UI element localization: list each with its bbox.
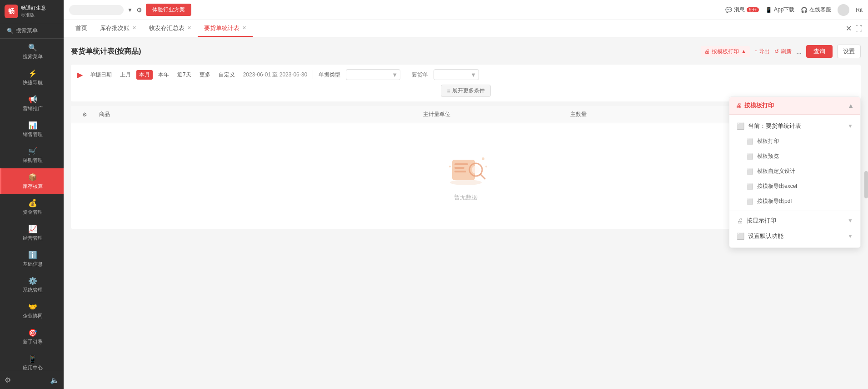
display-print-arrow: ▼ — [848, 217, 853, 224]
dropdown-close-button[interactable]: ▲ — [848, 102, 854, 109]
sidebar-item-inventory[interactable]: 📦 库存核算 — [0, 168, 64, 194]
app-download-button[interactable]: 📱 App下载 — [765, 6, 794, 14]
sidebar-item-quicknav[interactable]: ⚡ 快捷导航 — [0, 65, 64, 91]
svg-point-9 — [449, 166, 451, 167]
sidebar-search[interactable]: 🔍 搜索菜单 — [0, 23, 64, 39]
industry-solution-button[interactable]: 体验行业方案 — [146, 4, 191, 16]
th-gear[interactable]: ⚙ — [75, 107, 94, 122]
goods-select[interactable] — [434, 69, 479, 80]
date-opt-this-year[interactable]: 本年 — [155, 70, 172, 80]
sidebar-item-label: 资金管理 — [23, 209, 43, 216]
dropdown-template-excel[interactable]: ⬜ 按模板导出excel — [729, 179, 860, 194]
sidebar-item-guide[interactable]: 🎯 新手引导 — [0, 324, 64, 350]
sidebar-item-finance[interactable]: 💰 资金管理 — [0, 194, 64, 220]
dropdown-template-print[interactable]: ⬜ 模板打印 — [729, 134, 860, 149]
tab-home[interactable]: 首页 — [69, 20, 94, 37]
date-opt-more[interactable]: 更多 — [197, 70, 213, 80]
user-name[interactable]: Rit — [856, 7, 863, 13]
tab-collection-summary[interactable]: 收发存汇总表 ✕ — [143, 20, 198, 37]
print-template-label: 按模板打印 — [712, 48, 739, 56]
goods-select-wrapper: ▼ — [434, 69, 479, 80]
print-template-button[interactable]: 🖨 按模板打印 ▲ — [701, 46, 750, 57]
messages-button[interactable]: 💬 消息 99+ — [725, 6, 759, 14]
sidebar: 畅 畅通好生意 标准版 🔍 搜索菜单 🔍 搜索菜单 ⚡ 快捷导航 📢 营销推广 … — [0, 0, 64, 389]
order-type-select-wrapper: ▼ — [346, 69, 400, 80]
export-button[interactable]: ↑ 导出 — [754, 48, 770, 56]
user-avatar[interactable] — [838, 4, 849, 16]
default-func-left: ⬜ 设置默认功能 — [737, 232, 783, 240]
print-template-dropdown: 🖨 按模板打印 ▲ ⬜ 当前：要货单统计表 ▼ ⬜ 模板打印 — [729, 96, 861, 248]
sidebar-item-label: 销售管理 — [23, 131, 43, 138]
sidebar-item-label: 企业协同 — [23, 313, 43, 319]
dropdown-current-template[interactable]: ⬜ 当前：要货单统计表 ▼ — [729, 118, 860, 134]
messages-label: 消息 — [734, 6, 745, 14]
template-print-label: 模板打印 — [757, 137, 779, 145]
dropdown-display-print[interactable]: 🖨 按显示打印 ▼ — [729, 213, 860, 228]
sidebar-item-purchase[interactable]: 🛒 采购管理 — [0, 142, 64, 168]
sidebar-item-collab[interactable]: 🤝 企业协同 — [0, 298, 64, 324]
customer-service-button[interactable]: 🎧 在线客服 — [801, 6, 831, 14]
tab-order-stats[interactable]: 要货单统计表 ✕ — [198, 20, 253, 37]
th-unit: 主计量单位 — [366, 106, 508, 123]
maximize-window-button[interactable]: ⛶ — [855, 25, 863, 33]
filter-row-date: ▶ 单据日期 上月 本月 本年 近7天 更多 自定义 2023-06-01 至 … — [77, 69, 854, 80]
refresh-button[interactable]: ↺ 刷新 — [774, 48, 792, 56]
tabs-bar: 首页 库存批次账 ✕ 收发存汇总表 ✕ 要货单统计表 ✕ ✕ ⛶ — [64, 20, 868, 37]
tab-batch-account[interactable]: 库存批次账 ✕ — [94, 20, 143, 37]
current-template-left: ⬜ 当前：要货单统计表 — [737, 122, 801, 130]
search-nav-icon: 🔍 — [28, 43, 37, 52]
message-icon: 💬 — [725, 7, 732, 13]
expand-down-icon: ≡ — [447, 88, 450, 94]
order-type-select[interactable] — [346, 69, 400, 80]
close-window-button[interactable]: ✕ — [846, 24, 852, 33]
sidebar-item-operation[interactable]: 📈 经营管理 — [0, 220, 64, 246]
sidebar-item-basic[interactable]: ℹ️ 基础信息 — [0, 246, 64, 272]
topbar-search-input[interactable] — [69, 5, 124, 15]
tab-close-collection[interactable]: ✕ — [187, 25, 191, 31]
svg-point-10 — [485, 166, 487, 167]
more-actions-button[interactable]: ... — [796, 48, 802, 55]
filter-bar: ▶ 单据日期 上月 本月 本年 近7天 更多 自定义 2023-06-01 至 … — [71, 65, 861, 101]
dropdown-template-design[interactable]: ⬜ 模板自定义设计 — [729, 164, 860, 179]
printer-icon: 🖨 — [704, 48, 710, 55]
sidebar-item-sales[interactable]: 📊 销售管理 — [0, 116, 64, 142]
dropdown-template-preview[interactable]: ⬜ 模板预览 — [729, 149, 860, 164]
sales-icon: 📊 — [28, 121, 37, 130]
filter-divider — [313, 70, 313, 79]
basic-icon: ℹ️ — [28, 251, 37, 259]
dropdown-default-func[interactable]: ⬜ 设置默认功能 ▼ — [729, 228, 860, 244]
sidebar-item-marketing[interactable]: 📢 营销推广 — [0, 91, 64, 116]
tab-close-batch[interactable]: ✕ — [132, 25, 136, 31]
sidebar-item-apps[interactable]: 📱 应用中心 — [0, 350, 64, 371]
topbar-gear-icon[interactable]: ⚙ — [136, 6, 142, 14]
date-opt-custom[interactable]: 自定义 — [216, 70, 238, 80]
apps-icon: 📱 — [28, 354, 37, 363]
filter-expand-icon[interactable]: ▶ — [77, 71, 83, 79]
app-name: 畅通好生意 — [21, 5, 46, 11]
page-header: 要货单统计表(按商品) 🖨 按模板打印 ▲ ↑ 导出 ↺ 刷新 ... 查询 设… — [71, 45, 861, 58]
tab-close-order[interactable]: ✕ — [242, 25, 246, 31]
empty-illustration — [443, 151, 489, 187]
settings-icon[interactable]: ⚙ — [5, 376, 11, 384]
sidebar-item-label: 基础信息 — [23, 261, 43, 268]
sidebar-item-label: 快捷导航 — [23, 79, 43, 86]
topbar-dropdown-arrow[interactable]: ▼ — [127, 7, 133, 13]
date-opt-last-month[interactable]: 上月 — [117, 70, 134, 80]
sidebar-item-search[interactable]: 🔍 搜索菜单 — [0, 39, 64, 65]
date-opt-7days[interactable]: 近7天 — [175, 70, 194, 80]
default-func-icon: ⬜ — [737, 232, 744, 240]
volume-icon[interactable]: 🔈 — [50, 376, 59, 384]
query-button[interactable]: 查询 — [806, 45, 833, 58]
sidebar-item-label: 营销推广 — [23, 105, 43, 112]
sidebar-item-system[interactable]: ⚙️ 系统管理 — [0, 272, 64, 298]
expand-more-button[interactable]: ≡ 展开更多条件 — [441, 85, 490, 97]
svg-rect-1 — [452, 160, 475, 180]
guide-icon: 🎯 — [28, 328, 37, 337]
service-icon: 🎧 — [801, 7, 808, 13]
settings-button[interactable]: 设置 — [837, 45, 861, 58]
date-opt-this-month[interactable]: 本月 — [136, 70, 153, 80]
batch-account-label: 库存批次账 — [100, 24, 130, 32]
template-pdf-label: 按模板导出pdf — [757, 197, 792, 205]
marketing-icon: 📢 — [28, 95, 37, 104]
dropdown-template-pdf[interactable]: ⬜ 按模板导出pdf — [729, 194, 860, 209]
